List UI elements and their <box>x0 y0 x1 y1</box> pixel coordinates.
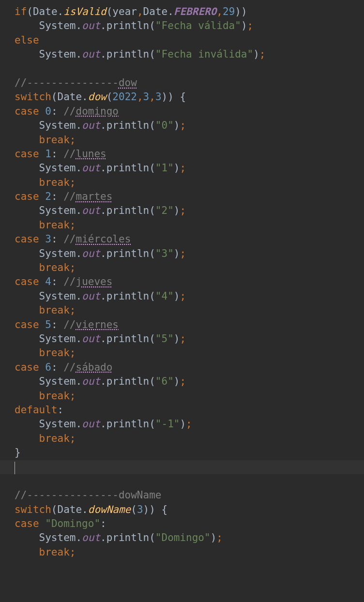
code-line: System.out.println("0"); <box>15 120 186 131</box>
code-line: break; <box>15 347 76 359</box>
code-line: case 6: //sábado <box>15 361 112 373</box>
code-line: System.out.println("Fecha válida"); <box>15 20 253 31</box>
code-line: switch(Date.dow(2022,3,3)) { <box>15 91 186 103</box>
code-line: case 0: //domingo <box>15 105 119 117</box>
code-line: System.out.println("5"); <box>15 333 186 345</box>
code-line: //---------------dow <box>15 77 137 89</box>
code-line: //---------------dowName <box>15 489 161 501</box>
code-line: System.out.println("Domingo"); <box>15 532 223 543</box>
code-line: System.out.println("4"); <box>15 290 186 302</box>
code-line: if(Date.isValid(year,Date.FEBRERO,29)) <box>15 6 247 17</box>
code-line: break; <box>15 546 76 558</box>
code-line: break; <box>15 390 76 402</box>
text-cursor <box>15 462 15 474</box>
cursor-line <box>0 460 364 474</box>
code-line: switch(Date.dowName(3)) { <box>15 504 167 515</box>
code-line: break; <box>15 219 76 231</box>
code-line: System.out.println("6"); <box>15 376 186 387</box>
code-line: System.out.println("3"); <box>15 248 186 259</box>
code-line: case 2: //martes <box>15 191 112 202</box>
code-line: break; <box>15 262 76 273</box>
code-editor[interactable]: if(Date.isValid(year,Date.FEBRERO,29)) S… <box>0 0 364 564</box>
code-line: case 1: //lunes <box>15 148 106 160</box>
code-line: else <box>15 34 39 46</box>
code-line: System.out.println("2"); <box>15 205 186 216</box>
code-line: break; <box>15 134 76 146</box>
code-line: case 3: //miércoles <box>15 233 131 245</box>
code-line: case 4: //jueves <box>15 276 112 287</box>
code-line: System.out.println("-1"); <box>15 418 192 430</box>
code-line: case "Domingo": <box>15 518 106 529</box>
code-line: break; <box>15 433 76 444</box>
code-line: System.out.println("1"); <box>15 162 186 174</box>
code-line: default: <box>15 404 63 416</box>
code-line: } <box>15 447 21 458</box>
code-line: System.out.println("Fecha inválida"); <box>15 48 265 60</box>
code-line: break; <box>15 177 76 188</box>
code-line: case 5: //viernes <box>15 319 119 331</box>
code-line: break; <box>15 304 76 316</box>
